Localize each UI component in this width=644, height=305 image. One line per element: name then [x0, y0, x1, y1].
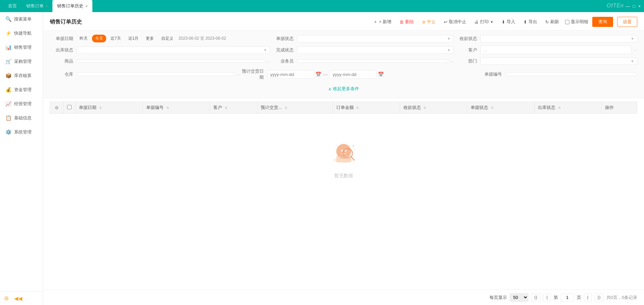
select-all-checkbox[interactable] — [67, 105, 72, 109]
status-select[interactable]: ▼ — [297, 35, 454, 42]
filter-row-1: 单据日期 昨天 今天 近7天 近1月 更多 自定义 2023-06-02 至 2… — [50, 35, 637, 42]
window-maximize[interactable]: □ — [633, 4, 636, 9]
salesperson-input[interactable] — [297, 60, 448, 63]
date-btn-custom[interactable]: 自定义 — [158, 35, 176, 42]
product-more-icon[interactable]: ··· — [266, 59, 270, 64]
tab-sales-order-history[interactable]: 销售订单历史 × — [52, 0, 92, 12]
sidebar-item-quick-nav[interactable]: ⚡ 快捷导航 — [0, 26, 43, 40]
salesperson-more-icon[interactable]: ··· — [450, 59, 454, 64]
sidebar-item-search-menu[interactable]: 🔍 搜索菜单 — [0, 12, 43, 26]
col-checkbox[interactable] — [63, 102, 76, 114]
col-customer: 客户 ⇅ — [210, 102, 257, 114]
print-button[interactable]: 🖨 打印 ▼ — [472, 17, 496, 26]
expected-date-from[interactable] — [267, 70, 314, 79]
tab-sales-order-history-close[interactable]: × — [85, 4, 87, 8]
tab-home[interactable]: 首页 — [3, 0, 22, 12]
customer-input[interactable]: ... — [480, 46, 632, 54]
warehouse-input[interactable] — [77, 73, 234, 76]
window-minimize[interactable]: — — [626, 4, 630, 9]
empty-state-row: ✦ ✦ ✦ 暂无数据 — [50, 114, 637, 199]
col-settings[interactable]: ⚙ — [50, 102, 63, 114]
sort-expected-date-icon[interactable]: ⇅ — [285, 106, 287, 110]
window-close[interactable]: × — [638, 4, 641, 9]
calendar-to-icon[interactable]: 📅 — [378, 72, 384, 77]
customer-more-icon[interactable]: ··· — [634, 47, 637, 52]
sidebar-audio-icon[interactable]: ◀◀ — [14, 295, 22, 302]
empty-svg: ✦ ✦ ✦ — [327, 134, 360, 167]
import-button[interactable]: ⬇ 导入 — [500, 17, 517, 26]
filter-col-pay-status: 收款状态 ▼ — [454, 35, 637, 42]
sidebar-item-purchase-mgmt-label: 采购管理 — [14, 59, 32, 65]
sys-mgmt-icon: ⚙️ — [5, 129, 11, 135]
sort-out-status-icon[interactable]: ⇅ — [558, 106, 561, 110]
stop-button[interactable]: ⊘ 中止 — [420, 17, 438, 26]
first-page-button[interactable]: ⟨⟨ — [531, 294, 541, 301]
delete-button[interactable]: 🗑 删除 — [397, 17, 416, 26]
import-icon: ⬇ — [502, 20, 505, 25]
date-btn-yesterday[interactable]: 昨天 — [77, 35, 91, 42]
calendar-from-icon[interactable]: 📅 — [315, 72, 321, 77]
delete-icon: 🗑 — [399, 20, 404, 25]
show-detail-checkbox-input[interactable] — [565, 20, 569, 24]
date-btn-last1m[interactable]: 近1月 — [125, 35, 142, 42]
customer-label: 客户 — [454, 47, 480, 53]
query-button[interactable]: 查询 — [592, 17, 613, 27]
cancel-stop-button[interactable]: ↩ 取消中止 — [442, 17, 468, 26]
out-status-arrow: ▼ — [263, 48, 267, 52]
tab-home-label: 首页 — [8, 3, 17, 9]
sidebar-item-sys-mgmt[interactable]: ⚙️ 系统管理 — [0, 125, 43, 139]
sort-date-icon[interactable]: ⇅ — [99, 106, 102, 110]
sidebar-item-purchase-mgmt[interactable]: 🛒 采购管理 — [0, 54, 43, 69]
date-btn-today[interactable]: 今天 — [92, 35, 106, 42]
table-settings-icon[interactable]: ⚙ — [55, 105, 59, 110]
date-btn-more[interactable]: 更多 — [143, 35, 157, 42]
sidebar-item-ops-mgmt[interactable]: 📈 经营管理 — [0, 97, 43, 111]
main-layout: 🔍 搜索菜单 ⚡ 快捷导航 📊 销售管理 🛒 采购管理 📦 库存核算 💰 资金管… — [0, 12, 644, 305]
export-button[interactable]: ⬆ 导出 — [521, 17, 539, 26]
pay-status-select[interactable]: ▼ — [480, 35, 637, 42]
filter-row-4: 仓库 ··· 预计交货日期 📅 — 📅 单据编号 — [50, 68, 637, 80]
date-separator: — — [323, 72, 328, 77]
tab-sales-order-close[interactable]: × — [46, 4, 48, 8]
page-title: 销售订单历史 — [50, 18, 82, 26]
sidebar-item-basic-info[interactable]: 📋 基础信息 — [0, 111, 43, 125]
filter-row-2: 出库状态 ▼ 完成状态 ▼ 客户 ... — [50, 46, 637, 54]
sidebar-settings-icon[interactable]: ⚙ — [4, 295, 9, 302]
product-input[interactable] — [77, 60, 264, 63]
tab-sales-order[interactable]: 销售订单 × — [22, 0, 52, 12]
new-button[interactable]: ＋ + 新增 — [371, 17, 393, 26]
collapse-more[interactable]: ∧ 收起更多条件 — [50, 84, 637, 94]
sort-doc-status-icon[interactable]: ⇅ — [491, 106, 493, 110]
expected-date-to[interactable] — [330, 70, 377, 79]
tab-sales-order-label: 销售订单 — [26, 3, 44, 9]
page-size-select[interactable]: 10 20 50 100 — [510, 293, 528, 302]
dept-select[interactable]: ▼ — [480, 58, 637, 65]
next-page-button[interactable]: ⟩ — [584, 294, 592, 301]
svg-text:✦: ✦ — [352, 144, 355, 148]
order-num-input[interactable] — [505, 73, 637, 76]
sort-pay-status-icon[interactable]: ⇅ — [423, 106, 426, 110]
content-area: 销售订单历史 ＋ + 新增 🗑 删除 ⊘ 中止 ↩ 取消中止 — [43, 12, 644, 305]
sidebar-item-sales-mgmt-label: 销售管理 — [14, 44, 32, 50]
page-num-input[interactable] — [561, 294, 574, 301]
warehouse-label: 仓库 — [50, 71, 77, 77]
sort-customer-icon[interactable]: ⇅ — [225, 106, 227, 110]
date-btn-last7d[interactable]: 近7天 — [108, 35, 124, 42]
sort-num-icon[interactable]: ⇅ — [166, 106, 169, 110]
finance-mgmt-icon: 💰 — [5, 87, 11, 93]
sort-amount-icon[interactable]: ⇅ — [356, 106, 359, 110]
out-status-select[interactable]: ▼ — [77, 46, 270, 54]
quick-nav-icon: ⚡ — [5, 30, 11, 36]
show-detail-checkbox[interactable]: 显示明细 — [565, 19, 588, 25]
last-page-button[interactable]: ⟩⟩ — [594, 294, 604, 301]
prev-page-button[interactable]: ⟨ — [543, 294, 551, 301]
sidebar-item-finance-mgmt[interactable]: 💰 资金管理 — [0, 83, 43, 97]
setting-button[interactable]: 设置 — [617, 17, 637, 27]
sidebar-item-inventory-calc[interactable]: 📦 库存核算 — [0, 69, 43, 83]
filter-col-warehouse: 仓库 ··· — [50, 71, 240, 77]
sidebar-item-quick-nav-label: 快捷导航 — [14, 30, 32, 36]
sidebar-item-sales-mgmt[interactable]: 📊 销售管理 — [0, 40, 43, 54]
complete-status-select[interactable]: ▼ — [297, 46, 454, 54]
refresh-button[interactable]: ↻ 刷新 — [543, 17, 561, 26]
warehouse-more-icon[interactable]: ··· — [237, 72, 240, 77]
